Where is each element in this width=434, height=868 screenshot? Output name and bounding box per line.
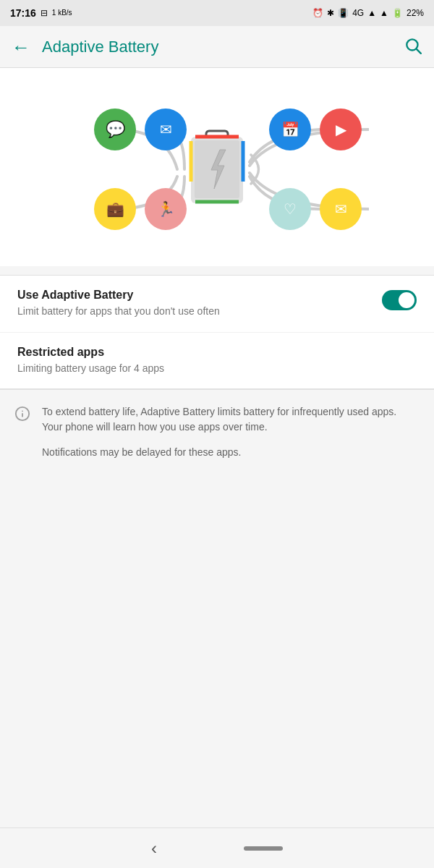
status-left: 17:16 ⊟ 1 kB/s <box>10 7 72 19</box>
app-icon-fitness: 🏃 <box>145 188 187 230</box>
info-text: To extend battery life, Adaptive Battery… <box>42 404 417 460</box>
search-button[interactable] <box>404 36 422 58</box>
settings-section: Use Adaptive Battery Limit battery for a… <box>0 275 434 389</box>
illustration-area: 💬 ✉ 💼 🏃 <box>0 68 434 266</box>
adaptive-battery-item[interactable]: Use Adaptive Battery Limit battery for a… <box>0 276 434 332</box>
app-icon-messages: 💬 <box>94 109 136 150</box>
app-icon-mail: ✉ <box>145 109 187 150</box>
toggle-knob <box>399 292 414 308</box>
app-icon-work: 💼 <box>94 188 136 230</box>
wifi-icon: ▲ <box>380 8 388 18</box>
battery-icon: 🔋 <box>392 8 403 18</box>
bottom-nav: ‹ <box>0 827 434 868</box>
back-button[interactable]: ← <box>12 38 30 56</box>
signal-icon: ▲ <box>367 8 376 18</box>
adaptive-battery-title: Use Adaptive Battery <box>17 289 373 302</box>
vibrate-icon: 📳 <box>338 8 349 18</box>
app-icon-video: ▶ <box>320 109 362 150</box>
adaptive-battery-subtitle: Limit battery for apps that you don't us… <box>17 305 373 319</box>
status-bar: 17:16 ⊟ 1 kB/s ⏰ ✱ 📳 4G ▲ ▲ 🔋 22% <box>0 0 434 26</box>
restricted-apps-text: Restricted apps Limiting battery usage f… <box>17 346 417 376</box>
restricted-apps-subtitle: Limiting battery usage for 4 apps <box>17 362 408 376</box>
battery-percent: 22% <box>407 8 424 18</box>
status-right: ⏰ ✱ 📳 4G ▲ ▲ 🔋 22% <box>312 8 424 18</box>
page-title: Adaptive Battery <box>42 38 392 56</box>
svg-line-1 <box>417 48 421 53</box>
info-text-2: Notifications may be delayed for these a… <box>42 445 417 460</box>
status-time: 17:16 <box>10 7 36 19</box>
app-icon-calendar: 📅 <box>269 109 311 150</box>
adaptive-battery-toggle[interactable] <box>382 290 417 310</box>
info-text-1: To extend battery life, Adaptive Battery… <box>42 404 417 435</box>
alarm-icon: ⏰ <box>312 8 323 18</box>
info-section: To extend battery life, Adaptive Battery… <box>0 389 434 475</box>
sim-icon: ⊟ <box>41 8 48 18</box>
nav-back-button[interactable]: ‹ <box>151 838 157 859</box>
bluetooth-icon: ✱ <box>327 8 334 18</box>
restricted-apps-title: Restricted apps <box>17 346 408 359</box>
adaptive-battery-text: Use Adaptive Battery Limit battery for a… <box>17 289 382 319</box>
restricted-apps-item[interactable]: Restricted apps Limiting battery usage f… <box>0 332 434 389</box>
app-icon-inbox: ✉ <box>320 188 362 230</box>
network-4g-icon: 4G <box>352 8 364 18</box>
app-icon-health: ♡ <box>269 188 311 230</box>
nav-home-pill[interactable] <box>244 846 283 851</box>
network-speed: 1 kB/s <box>52 9 72 17</box>
illustration-wrapper: 💬 ✉ 💼 🏃 <box>65 90 369 249</box>
toolbar: ← Adaptive Battery <box>0 26 434 68</box>
info-icon <box>14 406 30 460</box>
battery-graphic <box>188 129 246 209</box>
